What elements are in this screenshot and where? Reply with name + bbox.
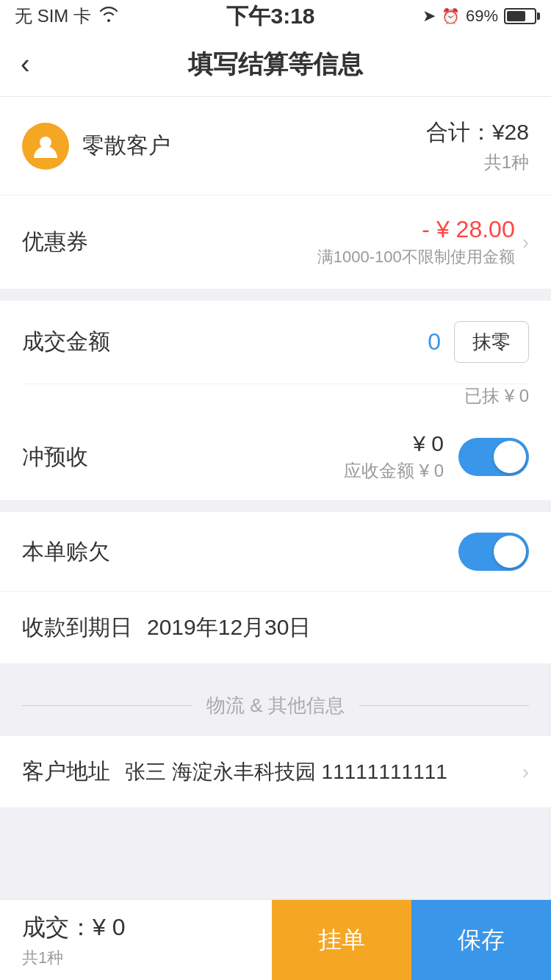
- deal-right: 0 抹零: [428, 321, 529, 363]
- customer-left: 零散客户: [22, 123, 170, 170]
- status-right: ➤ ⏰ 69%: [422, 7, 536, 26]
- alarm-icon: ⏰: [442, 7, 460, 25]
- customer-row: 零散客户 合计：¥28 共1种: [0, 97, 551, 195]
- page-title: 填写结算等信息: [188, 48, 363, 82]
- address-value: 张三 海淀永丰科技园 11111111111: [125, 758, 522, 786]
- address-label: 客户地址: [22, 757, 110, 787]
- due-date-value: 2019年12月30日: [147, 613, 311, 643]
- address-row[interactable]: 客户地址 张三 海淀永丰科技园 11111111111 ›: [0, 736, 551, 807]
- precollect-amount: ¥ 0: [344, 431, 444, 456]
- debt-toggle-knob: [494, 536, 526, 568]
- chevron-right-icon: ›: [522, 231, 529, 254]
- status-time: 下午3:18: [226, 1, 314, 32]
- precollect-row: 冲预收 ¥ 0 应收金额 ¥ 0: [22, 414, 529, 500]
- back-button[interactable]: ‹: [21, 48, 30, 80]
- precollect-right: ¥ 0 应收金额 ¥ 0: [344, 431, 529, 483]
- customer-section: 零散客户 合计：¥28 共1种 优惠券 - ¥ 28.00 满1000-100不…: [0, 97, 551, 289]
- bottom-count: 共1种: [22, 947, 250, 969]
- deal-amount-label: 成交金额: [22, 327, 110, 357]
- wifi-icon: [98, 6, 119, 26]
- bottom-deal-label: 成交：: [22, 914, 93, 940]
- precollect-sub: 应收金额 ¥ 0: [344, 459, 444, 483]
- content: 零散客户 合计：¥28 共1种 优惠券 - ¥ 28.00 满1000-100不…: [0, 97, 551, 896]
- round-zero-button[interactable]: 抹零: [454, 321, 529, 363]
- nav-bar: ‹ 填写结算等信息: [0, 32, 551, 97]
- avatar: [22, 123, 69, 170]
- address-chevron-icon: ›: [522, 760, 529, 784]
- bottom-deal-row: 成交：¥ 0: [22, 912, 250, 944]
- toggle-knob: [494, 441, 526, 473]
- bottom-summary: 成交：¥ 0 共1种: [0, 912, 272, 969]
- precollect-info: ¥ 0 应收金额 ¥ 0: [344, 431, 444, 483]
- deal-amount-row: 成交金额 0 抹零: [22, 300, 529, 384]
- logistics-text: 物流 & 其他信息: [206, 693, 345, 718]
- deal-amount-value: 0: [428, 328, 441, 356]
- deal-sub-text: 已抹 ¥ 0: [22, 384, 529, 414]
- location-icon: ➤: [422, 7, 436, 26]
- total-count: 共1种: [426, 151, 529, 174]
- coupon-discount: - ¥ 28.00: [317, 216, 515, 243]
- coupon-label: 优惠券: [22, 227, 88, 257]
- total-amount: 合计：¥28: [426, 118, 529, 148]
- coupon-desc: 满1000-100不限制使用金额: [317, 246, 515, 268]
- coupon-info: - ¥ 28.00 满1000-100不限制使用金额: [317, 216, 515, 268]
- bottom-bar: 成交：¥ 0 共1种 挂单 保存: [0, 899, 551, 980]
- bottom-deal-amount: ¥ 0: [93, 914, 125, 940]
- logistics-line-left: [22, 705, 192, 706]
- customer-right: 合计：¥28 共1种: [426, 118, 529, 174]
- battery-percent: 69%: [466, 7, 498, 26]
- status-bar: 无 SIM 卡 下午3:18 ➤ ⏰ 69%: [0, 0, 551, 32]
- debt-section: 本单赊欠: [0, 512, 551, 591]
- customer-name: 零散客户: [82, 131, 170, 161]
- status-left: 无 SIM 卡: [15, 4, 119, 28]
- battery-icon: [504, 8, 536, 24]
- no-sim-label: 无 SIM 卡: [15, 4, 91, 28]
- logistics-line-right: [359, 705, 529, 706]
- debt-wrapper: 本单赊欠 收款到期日 2019年12月30日: [0, 512, 551, 663]
- logistics-section: 物流 & 其他信息: [0, 675, 551, 736]
- coupon-right: - ¥ 28.00 满1000-100不限制使用金额 ›: [317, 216, 529, 268]
- debt-label: 本单赊欠: [22, 537, 110, 567]
- coupon-row[interactable]: 优惠券 - ¥ 28.00 满1000-100不限制使用金额 ›: [0, 195, 551, 289]
- due-date-row: 收款到期日 2019年12月30日: [0, 591, 551, 663]
- hang-button[interactable]: 挂单: [272, 900, 411, 981]
- precollect-label: 冲预收: [22, 442, 88, 472]
- due-date-label: 收款到期日: [22, 613, 132, 643]
- save-button[interactable]: 保存: [411, 900, 551, 981]
- precollect-toggle[interactable]: [458, 438, 529, 476]
- deal-section: 成交金额 0 抹零 已抹 ¥ 0 冲预收 ¥ 0 应收金额 ¥ 0: [0, 300, 551, 500]
- debt-toggle[interactable]: [458, 533, 529, 571]
